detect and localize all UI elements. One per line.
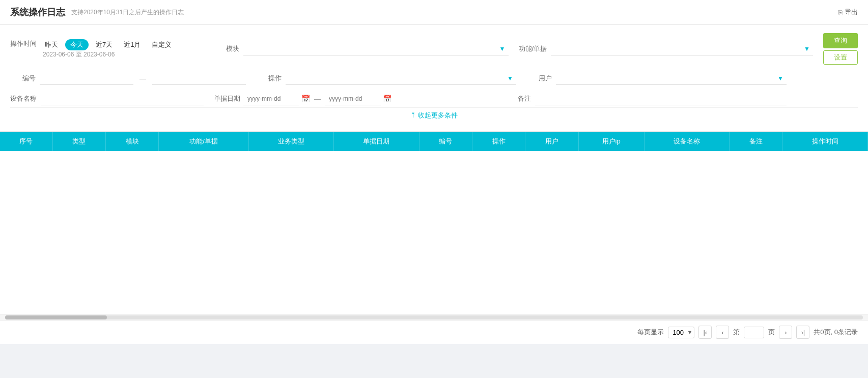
prev-page-button[interactable]: ‹ [716,326,729,339]
module-select-wrapper: ▼ [243,42,509,55]
user-label: 用户 [526,74,552,83]
last-page-button[interactable]: ›| [796,326,809,339]
number-dash: — [137,75,148,82]
number-input-start[interactable] [40,72,133,85]
device-name-input[interactable] [41,92,204,105]
export-label: 导出 [845,8,858,17]
date-start-input[interactable] [243,93,299,105]
device-input-wrapper [41,92,204,105]
time-filter-group: 昨天 今天 近7天 近1月 自定义 2023-06-06 至 2023-06-0… [41,39,176,59]
device-label: 设备名称 [10,94,37,103]
time-btn-last1month[interactable]: 近1月 [120,39,145,50]
empty-area [0,151,868,314]
header-left: 系统操作日志 支持2020年10月31日之后产生的操作日志 [10,6,184,18]
scrollbar-thumb[interactable] [5,315,107,319]
date-range-text: 2023-06-06 至 2023-06-06 [43,50,176,59]
table-col-operation: 操作 [472,132,525,151]
operation-select[interactable] [286,72,516,85]
function-select[interactable] [551,42,813,55]
collapse-icon: ⤒ [410,111,416,119]
table-container: 序号类型模块功能/单据业务类型单据日期编号操作用户用户ip设备名称备注操作时间 [0,132,868,314]
per-page-label: 每页显示 [637,328,664,337]
time-btn-yesterday[interactable]: 昨天 [41,39,62,50]
page-suffix: 页 [768,328,775,337]
page-header: 系统操作日志 支持2020年10月31日之后产生的操作日志 ⎘ 导出 [0,0,868,25]
number-input-1-wrapper [40,72,133,85]
table-col-voucher_date: 单据日期 [334,132,419,151]
collapse-label: 收起更多条件 [418,111,458,119]
time-btn-last7[interactable]: 近7天 [92,39,117,50]
remark-input[interactable] [535,92,787,105]
table-col-user: 用户 [525,132,578,151]
calendar-end-icon[interactable]: 📅 [383,95,391,103]
export-button[interactable]: ⎘ 导出 [838,8,858,17]
table-col-type: 类型 [52,132,105,151]
table-col-op_time: 操作时间 [782,132,868,151]
remark-input-wrapper [535,92,787,105]
time-btn-custom[interactable]: 自定义 [148,39,176,50]
function-select-wrapper: ▼ [551,42,813,55]
filter-row-1: 操作时间 昨天 今天 近7天 近1月 自定义 2023-06-06 至 2023… [10,33,858,65]
number-label: 编号 [10,74,36,83]
action-buttons: 查询 设置 [823,33,858,65]
filter-section: 操作时间 昨天 今天 近7天 近1月 自定义 2023-06-06 至 2023… [0,25,868,132]
table-col-module: 模块 [106,132,159,151]
module-label: 模块 [214,44,239,53]
user-select[interactable] [556,72,787,85]
page-label: 第 [733,328,740,337]
settings-button[interactable]: 设置 [823,50,858,65]
table-col-number: 编号 [419,132,472,151]
table-col-function: 功能/单据 [159,132,248,151]
first-page-button[interactable]: |‹ [698,326,712,339]
remark-label: 备注 [506,94,531,103]
voucher-date-label: 单据日期 [214,94,240,103]
date-end-input[interactable] [325,93,381,105]
table-header-row: 序号类型模块功能/单据业务类型单据日期编号操作用户用户ip设备名称备注操作时间 [0,132,868,151]
calendar-start-icon[interactable]: 📅 [301,95,310,103]
function-label: 功能/单据 [519,44,547,53]
table-col-device_name: 设备名称 [644,132,729,151]
page-input[interactable]: 1 [744,327,764,338]
per-page-select[interactable]: 50100200 [668,327,694,338]
number-input-2-wrapper [152,72,246,85]
date-input-group: 📅 — 📅 [243,93,391,105]
per-page-wrapper: 50100200 ▼ [668,327,694,338]
query-button[interactable]: 查询 [823,33,858,48]
user-select-wrapper: ▼ [556,72,787,85]
table-col-remark: 备注 [730,132,782,151]
filter-row-2: 编号 — 操作 ▼ 用户 ▼ [10,72,858,85]
page-subtitle: 支持2020年10月31日之后产生的操作日志 [71,8,184,17]
date-dash: — [312,95,323,103]
table-col-seq: 序号 [0,132,52,151]
table-col-user_ip: 用户ip [578,132,644,151]
pagination: 每页显示 50100200 ▼ |‹ ‹ 第 1 页 › ›| 共0页, 0条记… [0,320,868,344]
next-page-button[interactable]: › [779,326,792,339]
export-icon: ⎘ [838,9,843,16]
operation-label: 操作 [256,74,282,83]
operation-select-wrapper: ▼ [286,72,516,85]
table-col-biz_type: 业务类型 [248,132,333,151]
total-text: 共0页, 0条记录 [814,328,858,337]
number-input-end[interactable] [152,72,246,85]
page-title: 系统操作日志 [10,6,65,18]
scrollbar-track [5,315,863,319]
data-table: 序号类型模块功能/单据业务类型单据日期编号操作用户用户ip设备名称备注操作时间 [0,132,868,151]
time-label: 操作时间 [10,39,37,48]
collapse-bar[interactable]: ⤒ 收起更多条件 [10,107,858,123]
scrollbar-area[interactable] [0,314,868,320]
time-buttons: 昨天 今天 近7天 近1月 自定义 [41,39,176,50]
time-btn-today[interactable]: 今天 [65,39,89,50]
filter-row-3: 设备名称 单据日期 📅 — 📅 备注 [10,92,858,105]
module-select[interactable] [243,42,509,55]
